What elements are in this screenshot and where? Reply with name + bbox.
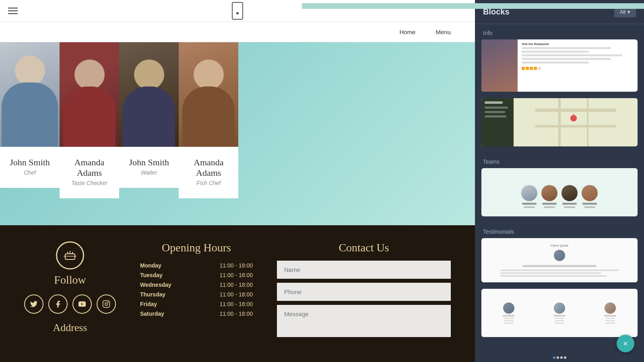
info-block-label: Visit Our Restaurant <box>522 43 634 45</box>
team-preview-name-3 <box>562 203 577 205</box>
social-icons-row <box>24 294 116 314</box>
twitter-icon[interactable] <box>24 294 43 314</box>
team-preview-card-1 <box>521 185 537 208</box>
facebook-icon[interactable] <box>48 294 68 314</box>
hamburger-menu-icon[interactable] <box>8 8 18 14</box>
team-card-1[interactable]: John Smith Chef <box>0 42 60 225</box>
instagram-icon[interactable] <box>97 294 116 314</box>
team-card-2[interactable]: Amanda Adams Taste Checker <box>60 42 119 225</box>
hours-day-saturday: Saturday <box>140 311 164 317</box>
client-quote-label: Client Quote <box>551 244 568 247</box>
hours-row-saturday: Saturday 11:00 - 18:00 <box>140 309 253 319</box>
hours-table: Monday 11:00 - 18:00 Tuesday 11:00 - 18:… <box>140 261 253 319</box>
footer-contact-column: Contact Us <box>277 241 451 337</box>
close-icon: × <box>623 339 628 348</box>
test2-text-3b <box>605 320 615 321</box>
info-block-text-1: Visit Our Restaurant <box>518 39 638 92</box>
team-card-3[interactable]: John Smith Waiter <box>119 42 179 225</box>
youtube-icon[interactable] <box>72 294 92 314</box>
test2-text-1c <box>504 323 514 324</box>
team-photo-john-waiter <box>119 42 179 147</box>
mobile-preview-icon[interactable] <box>232 2 243 20</box>
sidebar: Blocks All ▾ Info Visit Our Restaurant <box>475 0 644 362</box>
team-member-role-1: Chef <box>4 169 56 176</box>
map-text-1 <box>485 107 508 109</box>
team-member-name-2: Amanda Adams <box>64 157 115 178</box>
contact-phone-input[interactable] <box>277 283 451 301</box>
hours-time-wednesday: 11:00 - 18:00 <box>219 282 253 288</box>
sidebar-section-teams: Teams <box>475 153 644 168</box>
info-block-image-1 <box>481 39 518 92</box>
map-title-line <box>485 101 503 104</box>
team-card-4[interactable]: Amanda Adams Fish Chef <box>179 42 238 225</box>
close-button[interactable]: × <box>617 335 634 352</box>
team-preview-role-4 <box>584 206 595 208</box>
test2-card-1 <box>485 302 533 324</box>
map-svg <box>514 98 638 146</box>
svg-rect-0 <box>65 254 75 259</box>
test2-text-2b <box>555 320 564 321</box>
sidebar-section-testimonials: Testimonials <box>475 223 644 238</box>
sidebar-section-info: Info <box>475 24 644 39</box>
team-preview-avatar-4 <box>582 185 598 201</box>
test2-name-1 <box>503 315 515 317</box>
test2-avatar-3 <box>605 302 616 314</box>
star-4 <box>534 67 537 70</box>
team-preview-card-4 <box>582 185 598 208</box>
sidebar-block-testimonial-1[interactable]: Client Quote <box>481 238 638 282</box>
testimonial-line-3 <box>500 275 607 277</box>
info-block-preview-1: Visit Our Restaurant <box>481 39 638 92</box>
hours-day-tuesday: Tuesday <box>140 272 163 278</box>
sidebar-block-testimonial-2[interactable] <box>481 289 638 337</box>
test2-text-1a <box>504 318 514 319</box>
test2-text-3a <box>605 318 615 319</box>
team-preview-avatar-3 <box>561 185 578 201</box>
footer-hours-column: Opening Hours Monday 11:00 - 18:00 Tuesd… <box>140 241 253 319</box>
test2-text-2a <box>555 318 564 319</box>
sidebar-block-info-1[interactable]: Visit Our Restaurant <box>481 39 638 92</box>
team-cards-container: John Smith Chef Amanda Adams Taste Check… <box>0 42 238 225</box>
follow-title: Follow <box>54 274 86 286</box>
filter-chevron-icon: ▾ <box>627 9 630 15</box>
team-member-role-4: Fish Chef <box>183 180 234 186</box>
test2-name-3 <box>604 315 616 317</box>
info-stars <box>522 67 634 70</box>
team-member-name-3: John Smith <box>123 157 175 168</box>
nav-home[interactable]: Home <box>399 29 415 35</box>
hours-time-saturday: 11:00 - 18:00 <box>219 311 253 317</box>
hours-time-thursday: 11:00 - 18:00 <box>219 291 253 298</box>
map-text-3 <box>485 115 506 117</box>
person-silhouette <box>0 42 60 147</box>
info-line-4 <box>522 58 611 60</box>
contact-message-textarea[interactable] <box>277 305 451 337</box>
team-preview-card-2 <box>541 185 557 208</box>
hours-row-friday: Friday 11:00 - 18:00 <box>140 299 253 309</box>
hours-day-thursday: Thursday <box>140 291 165 298</box>
team-photo-amanda-fish <box>179 42 238 147</box>
sidebar-block-teams[interactable] <box>481 168 638 216</box>
map-block-preview <box>481 98 638 146</box>
teams-preview <box>481 168 638 216</box>
contact-name-input[interactable] <box>277 261 451 279</box>
team-photo-john-chef <box>0 42 60 147</box>
testimonials-preview-2 <box>481 289 638 337</box>
hours-row-tuesday: Tuesday 11:00 - 18:00 <box>140 270 253 280</box>
hours-day-friday: Friday <box>140 301 157 307</box>
contact-title: Contact Us <box>277 241 451 254</box>
teams-avatars-row <box>521 185 598 208</box>
team-section: John Smith Chef Amanda Adams Taste Check… <box>0 42 475 225</box>
hours-day-wednesday: Wednesday <box>140 282 171 288</box>
team-photo-amanda-taste <box>60 42 119 147</box>
svg-point-8 <box>108 302 108 302</box>
team-preview-role-1 <box>524 206 535 208</box>
test2-text-2c <box>555 323 564 324</box>
test2-card-3 <box>586 302 634 324</box>
person-silhouette-3 <box>119 42 179 147</box>
map-text-2 <box>485 111 505 113</box>
star-1 <box>522 67 525 70</box>
hours-time-friday: 11:00 - 18:00 <box>219 301 253 307</box>
nav-menu[interactable]: Menu <box>436 29 451 35</box>
test2-card-2 <box>535 302 584 324</box>
sidebar-block-info-map[interactable] <box>481 98 638 146</box>
team-member-role-3: Waiter <box>123 169 175 176</box>
